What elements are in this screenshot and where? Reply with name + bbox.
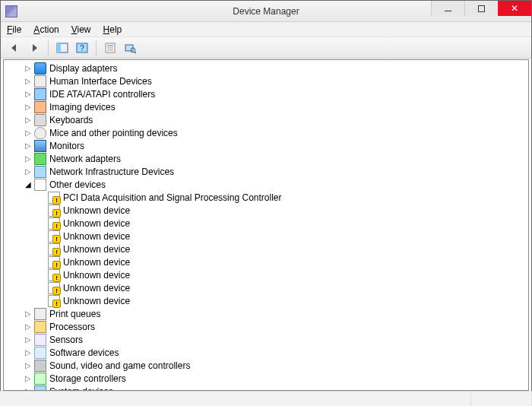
- device-category[interactable]: ▷Display adapters: [4, 62, 528, 75]
- close-button[interactable]: ✕: [498, 1, 531, 16]
- expander-closed-icon[interactable]: ▷: [24, 128, 33, 138]
- device-category[interactable]: ▷Print queues: [4, 307, 528, 320]
- tree-item-label: Processors: [49, 322, 95, 332]
- device-item[interactable]: Unknown device: [4, 243, 528, 255]
- device-item[interactable]: Unknown device: [4, 268, 528, 281]
- maximize-button[interactable]: [464, 1, 498, 16]
- tree-item-label: Storage controllers: [49, 373, 126, 384]
- window-controls: ✕: [431, 1, 531, 16]
- tree-item-label: Network Infrastructure Devices: [49, 167, 174, 177]
- device-category[interactable]: ▷Processors: [4, 320, 528, 333]
- sound-icon: [34, 360, 46, 372]
- tree-item-label: Display adapters: [49, 63, 117, 74]
- toolbar-separator: [48, 40, 49, 56]
- software-icon: [34, 347, 46, 359]
- expander-closed-icon[interactable]: ▷: [24, 116, 33, 125]
- expander-none: [37, 245, 46, 254]
- device-category[interactable]: ▷Mice and other pointing devices: [4, 126, 528, 139]
- cpu-icon: [34, 321, 46, 333]
- tree-item-label: Monitors: [49, 141, 84, 151]
- device-category[interactable]: ▷Human Interface Devices: [4, 75, 528, 87]
- expander-closed-icon[interactable]: ▷: [24, 335, 33, 344]
- device-item[interactable]: Unknown device: [4, 255, 528, 268]
- titlebar[interactable]: Device Manager ✕: [1, 1, 531, 22]
- show-hide-tree-button[interactable]: [53, 40, 71, 56]
- tree-item-label: Unknown device: [63, 218, 130, 229]
- status-cell: [357, 392, 471, 406]
- other-icon: [48, 205, 60, 217]
- device-category[interactable]: ▷Sensors: [4, 333, 528, 346]
- device-category[interactable]: ▷Network Infrastructure Devices: [4, 165, 528, 178]
- scan-hardware-button[interactable]: [121, 40, 139, 56]
- other-icon: [48, 243, 60, 255]
- tree-item-label: Network adapters: [49, 154, 121, 164]
- expander-closed-icon[interactable]: ▷: [24, 361, 33, 370]
- device-tree[interactable]: ▷Display adapters▷Human Interface Device…: [4, 60, 528, 390]
- device-category[interactable]: ▷Sound, video and game controllers: [4, 359, 528, 372]
- expander-none: [37, 271, 46, 280]
- expander-open-icon[interactable]: ◢: [24, 180, 33, 189]
- device-category[interactable]: ▷Imaging devices: [4, 100, 528, 113]
- menu-help[interactable]: Help: [103, 24, 122, 35]
- menubar: File Action View Help: [1, 22, 531, 37]
- other-icon: [48, 217, 60, 230]
- tree-item-label: Print queues: [49, 309, 100, 319]
- forward-button[interactable]: [25, 40, 43, 56]
- expander-closed-icon[interactable]: ▷: [24, 77, 33, 86]
- expander-closed-icon[interactable]: ▷: [24, 322, 33, 331]
- tree-item-label: PCI Data Acquisition and Signal Processi…: [63, 192, 281, 203]
- help-tool-button[interactable]: ?: [73, 40, 91, 56]
- device-item[interactable]: Unknown device: [4, 281, 528, 294]
- expander-closed-icon[interactable]: ▷: [24, 387, 33, 391]
- imaging-icon: [34, 101, 46, 113]
- expander-closed-icon[interactable]: ▷: [24, 154, 33, 163]
- properties-button[interactable]: [101, 40, 119, 56]
- expander-closed-icon[interactable]: ▷: [24, 309, 33, 319]
- expander-none: [37, 193, 46, 202]
- device-item[interactable]: Unknown device: [4, 294, 528, 307]
- netinf-icon: [34, 166, 46, 178]
- status-cell: [471, 392, 532, 406]
- device-category[interactable]: ▷Network adapters: [4, 152, 528, 165]
- expander-none: [37, 219, 46, 228]
- hid-icon: [34, 75, 46, 87]
- network-icon: [34, 153, 46, 165]
- menu-view[interactable]: View: [71, 24, 91, 35]
- device-item[interactable]: Unknown device: [4, 204, 528, 217]
- tree-item-label: Sound, video and game controllers: [49, 360, 190, 371]
- device-category[interactable]: ▷Storage controllers: [4, 372, 528, 385]
- expander-closed-icon[interactable]: ▷: [24, 103, 33, 112]
- menu-file[interactable]: File: [7, 24, 21, 35]
- device-category[interactable]: ▷Software devices: [4, 346, 528, 359]
- expander-closed-icon[interactable]: ▷: [24, 141, 33, 151]
- device-category[interactable]: ◢Other devices: [4, 178, 528, 191]
- expander-none: [37, 232, 46, 241]
- tree-item-label: Unknown device: [63, 244, 130, 255]
- other-icon: [34, 179, 46, 191]
- svg-rect-1: [57, 43, 61, 52]
- tree-item-label: Mice and other pointing devices: [49, 128, 178, 138]
- tree-item-label: Unknown device: [63, 283, 130, 293]
- menu-action[interactable]: Action: [33, 24, 59, 35]
- device-category[interactable]: ▷Monitors: [4, 139, 528, 152]
- device-item[interactable]: Unknown device: [4, 217, 528, 230]
- device-category[interactable]: ▷Keyboards: [4, 113, 528, 126]
- minimize-button[interactable]: [431, 1, 464, 16]
- expander-closed-icon[interactable]: ▷: [24, 64, 33, 73]
- device-item[interactable]: Unknown device: [4, 230, 528, 243]
- device-item[interactable]: PCI Data Acquisition and Signal Processi…: [4, 191, 528, 204]
- tree-item-label: Other devices: [49, 179, 106, 190]
- other-icon: [48, 269, 60, 281]
- tree-item-label: Unknown device: [63, 257, 130, 268]
- expander-none: [37, 284, 46, 293]
- display-icon: [34, 62, 46, 75]
- device-category[interactable]: ▷System devices: [4, 385, 528, 390]
- tree-item-label: Sensors: [49, 335, 83, 345]
- device-category[interactable]: ▷IDE ATA/ATAPI controllers: [4, 87, 528, 100]
- expander-closed-icon[interactable]: ▷: [24, 348, 33, 357]
- back-button[interactable]: [5, 40, 24, 56]
- expander-closed-icon[interactable]: ▷: [24, 374, 33, 383]
- expander-closed-icon[interactable]: ▷: [24, 167, 33, 176]
- expander-closed-icon[interactable]: ▷: [24, 90, 33, 99]
- other-icon: [48, 295, 60, 307]
